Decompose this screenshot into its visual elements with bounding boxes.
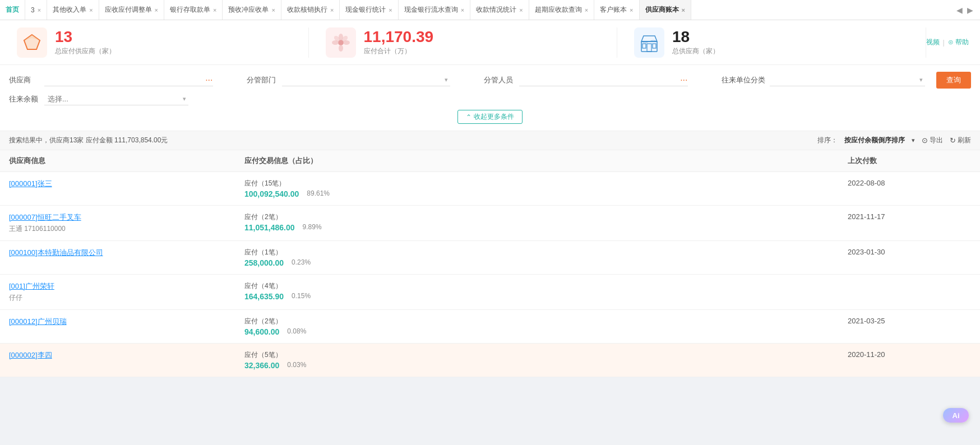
nav-prev-arrow[interactable]: ◀ [954, 4, 965, 16]
top-navigation: 首页 3 × 其他收入单 × 应收应付调整单 × 银行存取款单 × 预收冲应收单… [0, 0, 980, 20]
lastpay-date-1: 2022-08-08 [848, 179, 885, 187]
supplier-input[interactable] [44, 74, 204, 86]
nav-tab-cash-bank-stats[interactable]: 现金银行统计 × [340, 0, 398, 20]
nav-tab-home[interactable]: 首页 [0, 0, 25, 20]
balance-dropdown-arrow[interactable]: ▾ [183, 95, 188, 103]
supplier-link-5[interactable]: [000012]广州贝瑞 [9, 317, 244, 327]
nav-customer-account-label: 客户账本 [600, 5, 627, 15]
trans-amount-row-4: 164,635.90 0.15% [244, 291, 848, 301]
close-icon[interactable]: × [389, 7, 392, 13]
lastpay-date-3: 2023-01-30 [848, 248, 885, 256]
supplier-dots-icon[interactable]: ··· [205, 75, 212, 85]
nav-tab-other-income[interactable]: 其他收入单 × [47, 0, 99, 20]
supplier-input-wrap: ··· [44, 74, 213, 86]
help-link[interactable]: ⊙ 帮助 [948, 38, 969, 47]
supplier-filter-label: 供应商 [9, 75, 40, 85]
trans-label-4: 应付（4笔） [244, 281, 848, 291]
supplier-link-3[interactable]: [000100]本特勤油品有限公司 [9, 248, 244, 258]
close-icon[interactable]: × [38, 7, 41, 13]
nav-tab-supplier-account[interactable]: 供应商账本 × [640, 0, 691, 20]
dept-dropdown-arrow[interactable]: ▾ [445, 76, 450, 84]
filter-category: 往来单位分类 ▾ [722, 74, 926, 86]
nav-overdue-query-label: 超期应收款查询 [535, 5, 582, 15]
nav-tab-3[interactable]: 3 × [25, 0, 47, 20]
trans-pct-5: 0.08% [287, 327, 306, 335]
balance-input[interactable] [44, 93, 183, 105]
trans-amount-row-5: 94,600.00 0.08% [244, 326, 848, 336]
close-icon[interactable]: × [155, 7, 158, 13]
export-button[interactable]: ⊙ 导出 [922, 136, 943, 145]
transaction-detail-6: 应付（5笔） 32,366.00 0.03% [244, 350, 848, 370]
trans-pct-4: 0.15% [292, 292, 311, 300]
refresh-icon: ↻ [950, 136, 956, 145]
category-input[interactable] [770, 74, 920, 86]
category-filter-label: 往来单位分类 [722, 75, 765, 85]
nav-next-arrow[interactable]: ▶ [965, 4, 976, 16]
nav-tab-receipt-verify[interactable]: 收款核销执行 × [281, 0, 340, 20]
supplier-link-2[interactable]: [000007]恒旺二手叉车 [9, 212, 244, 222]
collapse-label: 收起更多条件 [474, 112, 514, 122]
sort-dropdown-arrow[interactable]: ▾ [912, 137, 915, 144]
close-icon[interactable]: × [213, 7, 216, 13]
flower-icon [326, 27, 356, 58]
nav-tab-advance-collect[interactable]: 预收冲应收单 × [223, 0, 281, 20]
supplier-link-4[interactable]: [001]广州荣轩 [9, 281, 244, 291]
nav-tab-cash-bank-flow[interactable]: 现金银行流水查询 × [399, 0, 470, 20]
stat-payable-suppliers-info: 13 总应付供应商（家） [55, 29, 115, 57]
stat-payable-suppliers-label: 总应付供应商（家） [55, 47, 115, 56]
refresh-button[interactable]: ↻ 刷新 [950, 136, 971, 145]
stat-payable-amount: 11,170.39 应付合计（万） [309, 27, 618, 58]
collapse-button[interactable]: ⌃ 收起更多条件 [457, 110, 523, 124]
trans-label-1: 应付（15笔） [244, 179, 848, 188]
filter-person: 分管人员 ··· [484, 74, 688, 86]
close-icon[interactable]: × [461, 7, 464, 13]
person-dots-icon[interactable]: ··· [680, 75, 687, 85]
search-button[interactable]: 查询 [936, 72, 971, 89]
result-summary: 搜索结果中，供应商13家 应付金额 111,703,854.00元 [9, 136, 168, 145]
table-row: [000002]李四 应付（5笔） 32,366.00 0.03% 2020-1… [0, 344, 980, 377]
category-dropdown-arrow[interactable]: ▾ [919, 76, 925, 84]
nav-tab-receipt-stats[interactable]: 收款情况统计 × [470, 0, 529, 20]
nav-tab-customer-account[interactable]: 客户账本 × [594, 0, 639, 20]
video-link[interactable]: 视频 [926, 38, 940, 47]
trans-amount-6: 32,366.00 [244, 361, 279, 370]
close-icon[interactable]: × [630, 7, 633, 13]
balance-input-wrap: ▾ [44, 93, 188, 105]
stat-payable-amount-label: 应付合计（万） [364, 47, 434, 56]
nav-tab-bank-deposit[interactable]: 银行存取款单 × [164, 0, 223, 20]
transaction-detail-4: 应付（4笔） 164,635.90 0.15% [244, 281, 848, 301]
close-icon[interactable]: × [519, 7, 523, 13]
store-icon [634, 27, 664, 58]
close-icon[interactable]: × [682, 7, 685, 13]
trans-pct-2: 9.89% [303, 223, 322, 231]
close-icon[interactable]: × [271, 7, 275, 13]
nav-tab-overdue-query[interactable]: 超期应收款查询 × [529, 0, 594, 20]
supplier-link-6[interactable]: [000002]李四 [9, 350, 244, 360]
person-input-wrap: ··· [519, 74, 688, 86]
lastpay-date-2: 2021-11-17 [848, 212, 885, 221]
lastpay-1: 2022-08-08 [848, 179, 971, 198]
supplier-link-1[interactable]: [000001]张三 [9, 179, 244, 189]
svg-rect-12 [642, 44, 646, 48]
person-input[interactable] [519, 74, 679, 86]
stats-bar: 13 总应付供应商（家） 11,170.39 应付合计（万） [0, 20, 980, 65]
nav-tab-3-label: 3 [31, 6, 35, 14]
nav-receipt-verify-label: 收款核销执行 [287, 5, 327, 15]
filter-row-2: 往来余额 ▾ [9, 93, 971, 105]
dept-input-wrap: ▾ [282, 74, 451, 86]
nav-tab-adjustment[interactable]: 应收应付调整单 × [99, 0, 164, 20]
close-icon[interactable]: × [89, 7, 93, 13]
close-icon[interactable]: × [330, 7, 334, 13]
dept-input[interactable] [282, 74, 445, 86]
close-icon[interactable]: × [585, 7, 588, 13]
nav-adjustment-label: 应收应付调整单 [105, 5, 152, 15]
trans-amount-row-3: 258,000.00 0.23% [244, 257, 848, 267]
sort-value[interactable]: 按应付余额倒序排序 [844, 136, 905, 145]
supplier-info-6: [000002]李四 [9, 350, 244, 370]
transaction-detail-5: 应付（2笔） 94,600.00 0.08% [244, 317, 848, 336]
filter-balance: 往来余额 ▾ [9, 93, 188, 105]
trans-pct-6: 0.03% [287, 361, 306, 369]
result-right-actions: 排序： 按应付余额倒序排序 ▾ ⊙ 导出 ↻ 刷新 [817, 136, 971, 145]
filter-row-1: 供应商 ··· 分管部门 ▾ 分管人员 ··· 往来单位分类 [9, 72, 971, 89]
trans-amount-3: 258,000.00 [244, 258, 284, 267]
